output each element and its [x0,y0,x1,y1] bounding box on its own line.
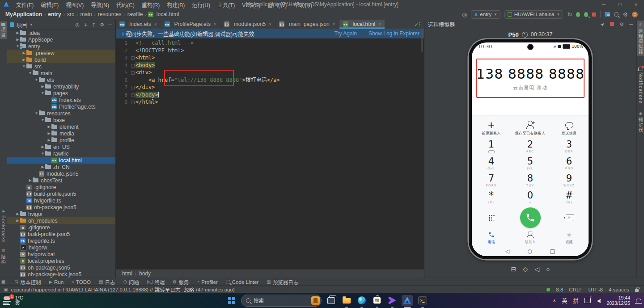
tree-item[interactable]: ▼base [7,117,115,123]
call-button[interactable] [520,207,541,228]
debug-button[interactable] [576,12,580,17]
toolwindow-button-terminal[interactable]: >_终端 [147,278,165,286]
keypad-key-*[interactable]: *(P) [472,190,511,207]
breadcrumb-item[interactable]: resources [97,11,123,17]
keypad-key-4[interactable]: 4GHI [472,156,511,173]
try-again-link[interactable]: Try Again [335,30,357,37]
menu-item[interactable]: 代码(C) [113,2,138,8]
dialer-tab-favorites[interactable]: ★收藏 [550,230,589,246]
tree-item[interactable]: { }oh-package.json5 [7,204,115,211]
emulator-stop-icon[interactable] [610,22,614,26]
emulator-hide-icon[interactable]: ─ [629,21,633,27]
toolwindow-button-branch[interactable]: ⇅版本控制 [15,278,41,286]
fold-marker-icon[interactable] [131,93,135,97]
tree-item[interactable]: { }module.json5 [7,170,115,177]
tree-item[interactable]: ≣local.properties [7,257,115,264]
tree-item[interactable]: bhvigorw.bat [7,251,115,257]
editor-scrollbar[interactable] [421,29,423,52]
tree-item[interactable]: g.gitignore [7,184,115,190]
tree-arrow-icon[interactable]: ▼ [34,78,39,82]
toolwindow-button-profiler[interactable]: ◔Profiler [197,279,217,285]
tree-item[interactable]: >hvigorw [7,244,115,251]
emu-back-icon[interactable]: ◁ [534,266,539,273]
collapse-all-icon[interactable]: ↥ [91,22,97,28]
code-line[interactable]: 1<!-- call.html --> [116,39,424,47]
tree-arrow-icon[interactable]: ▶ [21,58,26,62]
fold-marker-icon[interactable] [131,101,135,104]
code-line[interactable]: 3<html> [116,54,424,62]
breadcrumb-item[interactable]: rawfile [127,11,144,17]
keypad-key-1[interactable]: 1 [472,139,511,156]
keypad-key-7[interactable]: 7PQRS [472,173,511,190]
tree-item[interactable]: ▼src [7,63,115,70]
tree-item[interactable]: ▶oh_modules [7,217,115,224]
close-tab-icon[interactable]: × [378,22,381,27]
menu-item[interactable]: 导航(N) [87,2,113,8]
tree-arrow-icon[interactable]: ▼ [21,64,26,68]
hide-panel-icon[interactable]: ─ [107,22,113,27]
tree-arrow-icon[interactable]: ▼ [40,152,45,156]
tree-item[interactable]: { }oh-package-lock.json5 [7,271,115,278]
tree-item[interactable]: ▶.preview [7,50,115,56]
menu-item[interactable]: 工具(T) [214,2,238,8]
line-ending[interactable]: CRLF [569,287,582,292]
toolwindow-button-todo[interactable]: ≡TODO [72,279,91,285]
tree-item[interactable]: ▶build [7,56,115,63]
menu-item[interactable]: 编辑(E) [37,2,62,8]
indent-setting[interactable]: 4 spaces [609,287,629,292]
toolwindow-button-preview-log[interactable]: ▥预览器日志 [267,278,298,286]
tree-item[interactable]: ▼entry [7,43,115,50]
encoding[interactable]: UTF-8 [588,287,603,292]
ignore-link[interactable]: 忽略 [184,286,194,293]
toolwindow-button-services[interactable]: ⚙服务 [173,278,189,286]
tree-item[interactable]: ▶ohosTest [7,177,115,184]
tree-item[interactable]: ▼resources [7,110,115,117]
code-line[interactable]: 4<body> [116,62,424,69]
tree-item[interactable]: { }build-profile.json5 [7,190,115,197]
settings-sync-icon[interactable]: ◎ [462,12,467,17]
file-explorer-button[interactable] [341,295,352,306]
keypad-key-3[interactable]: 3DEF [550,139,589,156]
cast-display-icon[interactable] [584,298,591,303]
code-line[interactable]: 2<!DOCTYPE html> [116,47,424,55]
backspace-icon[interactable]: ✕ [564,215,574,221]
toolwindow-button-log[interactable]: ▤日志 [99,278,115,286]
keypad-key-8[interactable]: 8TUV [511,173,550,190]
run-button[interactable]: ↻ [567,11,572,18]
editor-tab[interactable]: etsIndex.ets× [116,20,161,29]
close-tab-icon[interactable]: × [333,22,335,27]
tree-item[interactable]: { }build-profile.json5 [7,231,115,237]
speaker-icon[interactable]: ◀) [597,298,601,303]
avatar[interactable]: ☺ [632,12,638,17]
tree-item[interactable]: ▼pages [7,90,115,97]
tree-item[interactable]: ▶zh_CN [7,164,115,170]
nav-home-icon[interactable]: ○ [527,248,532,254]
keypad-key-9[interactable]: 9WXYZ [550,173,589,190]
profile-button[interactable] [584,12,588,17]
tab-notifications[interactable]: Notifications [637,67,644,104]
tree-arrow-icon[interactable]: ▶ [15,38,20,42]
weather-widget[interactable]: 1 1°C 雾 [3,293,23,308]
tree-arrow-icon[interactable]: ▶ [15,31,20,35]
device-dropdown[interactable]: HUAWEI Lahaina ▼ [504,10,564,19]
editor-tab[interactable]: etsProfilePage.ets× [161,20,220,29]
breadcrumb-item[interactable]: entry [47,11,62,17]
fold-marker-icon[interactable] [131,56,135,60]
tree-item[interactable]: TShvigorfile.ts [7,197,115,204]
toolwindow-toggle-icon[interactable]: ▣ [0,279,7,284]
editor-breadcrumb-item[interactable]: html [122,270,132,277]
tree-item[interactable]: ▶media [7,130,115,137]
minimize-button[interactable]: ─ [596,0,612,9]
menu-item[interactable]: 构建(B) [163,2,188,8]
tree-arrow-icon[interactable]: ▼ [40,91,45,95]
tree-item[interactable]: ▼rawfile [7,150,115,157]
close-button[interactable]: × [628,0,644,9]
ms-store-button[interactable] [371,295,382,306]
close-tab-icon[interactable]: × [214,22,216,27]
tree-arrow-icon[interactable]: ▶ [21,51,26,55]
dialer-action[interactable]: 发送信息 [550,118,589,139]
event-icon[interactable]: ▣ [4,287,8,292]
keypad-key-6[interactable]: 6MNO [550,156,589,173]
notification-bell-icon[interactable] [636,299,641,303]
search-icon[interactable] [614,12,619,17]
